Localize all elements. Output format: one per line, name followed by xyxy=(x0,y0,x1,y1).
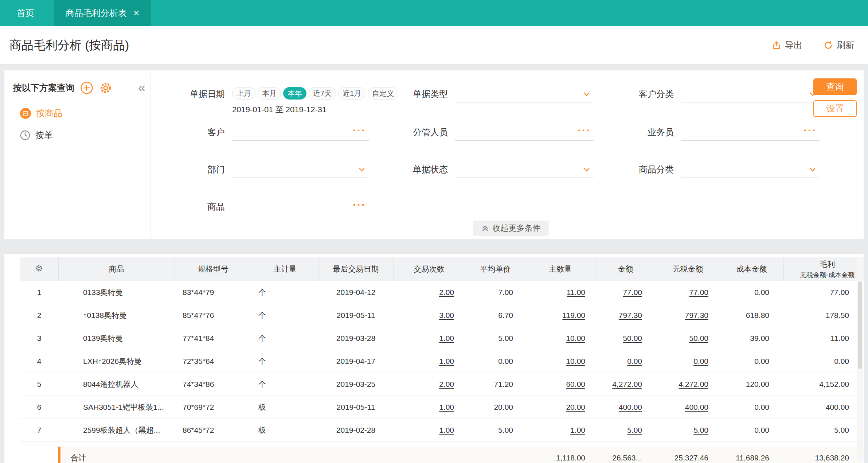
cell-cost-amount: 0.00 xyxy=(720,419,783,442)
cell-qty[interactable]: 20.00 xyxy=(526,396,595,419)
settings-button[interactable]: 设置 xyxy=(813,100,857,117)
cell-amount[interactable]: 0.00 xyxy=(595,350,656,373)
collapse-conditions-button[interactable]: 收起更多条件 xyxy=(473,221,549,236)
close-tab-icon[interactable]: × xyxy=(133,8,139,18)
column-header-cost-amount[interactable]: 成本金额 xyxy=(720,257,783,281)
cell-gross-profit: 11.00 xyxy=(783,327,864,350)
cell-trade-count[interactable]: 1.00 xyxy=(393,327,465,350)
filter-field-部门[interactable] xyxy=(232,161,369,178)
filter-field-单据状态[interactable] xyxy=(455,161,594,178)
cell-avg-price: 71.20 xyxy=(465,373,526,396)
sidebar-item-by-order[interactable]: 按单 xyxy=(20,129,150,141)
gear-icon xyxy=(99,81,112,94)
clock-icon xyxy=(20,130,31,141)
cell-trade-count[interactable]: 1.00 xyxy=(393,396,465,419)
filter-field-商品分类[interactable] xyxy=(681,161,820,178)
tab-product-profit-analysis[interactable]: 商品毛利分析表 × xyxy=(54,0,151,26)
cell-amount[interactable]: 5.00 xyxy=(595,419,656,442)
chevron-down-icon xyxy=(358,166,366,174)
filter-field-商品[interactable]: ··· xyxy=(232,198,369,215)
table-row: 30139奥特曼77*41*84个2019-03-281.005.0010.00… xyxy=(20,327,864,350)
sidebar-title: 按以下方案查询 xyxy=(13,82,74,94)
column-header-unit[interactable]: 主计量 xyxy=(252,257,318,281)
filter-field-客户分类[interactable] xyxy=(681,86,820,102)
cell-tax-free-amount[interactable]: 0.00 xyxy=(656,350,720,373)
cell-qty[interactable]: 60.00 xyxy=(526,373,595,396)
export-button[interactable]: 导出 xyxy=(772,39,802,51)
cell-tax-free-amount[interactable]: 5.00 xyxy=(656,419,720,442)
cell-last-trade-date: 2019-04-17 xyxy=(318,350,393,373)
cell-spec: 83*44*79 xyxy=(175,281,252,304)
column-settings-button[interactable] xyxy=(20,257,58,281)
column-header-spec[interactable]: 规格型号 xyxy=(175,257,252,281)
cell-qty[interactable]: 10.00 xyxy=(526,350,595,373)
cell-tax-free-amount[interactable]: 797.30 xyxy=(656,304,720,327)
cell-cost-amount: 120.00 xyxy=(720,373,783,396)
cell-cost-amount: 39.00 xyxy=(720,327,783,350)
table-panel: 商品规格型号主计量最后交易日期交易次数平均单价主数量金额无税金额成本金额毛利无税… xyxy=(4,254,864,463)
column-header-trade-count[interactable]: 交易次数 xyxy=(393,257,465,281)
cell-amount[interactable]: 77.00 xyxy=(595,281,656,304)
cell-tax-free-amount[interactable]: 77.00 xyxy=(656,281,720,304)
column-header-avg-price[interactable]: 平均单价 xyxy=(465,257,526,281)
column-header-qty[interactable]: 主数量 xyxy=(526,257,595,281)
cell-trade-count[interactable]: 1.00 xyxy=(393,419,465,442)
filter-field-分管人员[interactable]: ··· xyxy=(455,124,594,141)
cell-trade-count[interactable]: 2.00 xyxy=(393,281,465,304)
filter-field-客户[interactable]: ··· xyxy=(232,124,369,141)
column-header-tax-free-amount[interactable]: 无税金额 xyxy=(656,257,720,281)
date-preset-3[interactable]: 近7天 xyxy=(309,87,336,100)
filter-label: 业务员 xyxy=(625,124,674,141)
add-scheme-button[interactable] xyxy=(80,81,93,94)
column-header-product[interactable]: 商品 xyxy=(58,257,175,281)
column-header-amount[interactable]: 金额 xyxy=(595,257,656,281)
vertical-scrollbar[interactable] xyxy=(857,257,863,462)
date-preset-5[interactable]: 自定义 xyxy=(368,87,398,100)
cell-qty[interactable]: 11.00 xyxy=(526,281,595,304)
refresh-button[interactable]: 刷新 xyxy=(824,39,854,51)
cell-amount[interactable]: 4,272.00 xyxy=(595,373,656,396)
tab-home-label: 首页 xyxy=(17,7,34,19)
cell-cost-amount: 0.00 xyxy=(720,350,783,373)
cell-amount[interactable]: 797.30 xyxy=(595,304,656,327)
cell-trade-count[interactable]: 2.00 xyxy=(393,373,465,396)
sidebar-item-by-product[interactable]: 按商品 xyxy=(20,108,150,119)
cell-qty[interactable]: 1.00 xyxy=(526,419,595,442)
total-tax-free-amount: 25,327.46 xyxy=(656,454,720,462)
cell-tax-free-amount[interactable]: 4,272.00 xyxy=(656,373,720,396)
cell-tax-free-amount[interactable]: 400.00 xyxy=(656,396,720,419)
cell-trade-count[interactable]: 3.00 xyxy=(393,304,465,327)
date-preset-1[interactable]: 本月 xyxy=(258,87,281,100)
query-button[interactable]: 查询 xyxy=(813,78,857,95)
cell-gross-profit: 178.50 xyxy=(783,304,864,327)
cell-amount[interactable]: 400.00 xyxy=(595,396,656,419)
page-header: 商品毛利分析 (按商品) 导出 刷新 xyxy=(0,26,868,65)
scheme-settings-button[interactable] xyxy=(99,81,112,94)
cell-qty[interactable]: 10.00 xyxy=(526,327,595,350)
date-range[interactable]: 2019-01-01 至 2019-12-31 xyxy=(232,104,402,115)
filter-field-单据类型[interactable] xyxy=(455,86,594,102)
cell-tax-free-amount[interactable]: 50.00 xyxy=(656,327,720,350)
ellipsis-picker-icon: ··· xyxy=(804,125,817,136)
tab-home[interactable]: 首页 xyxy=(5,0,46,26)
column-header-last-trade-date[interactable]: 最后交易日期 xyxy=(318,257,393,281)
scheme-sidebar: 按以下方案查询 « 按商品按单 xyxy=(4,70,151,239)
cell-product: 2599板装超人（黑超... xyxy=(58,419,175,442)
cell-trade-count[interactable]: 1.00 xyxy=(393,350,465,373)
date-preset-0[interactable]: 上月 xyxy=(232,87,255,100)
filter-label: 分管人员 xyxy=(402,124,448,141)
scrollbar-thumb[interactable] xyxy=(858,281,862,369)
data-table: 商品规格型号主计量最后交易日期交易次数平均单价主数量金额无税金额成本金额毛利无税… xyxy=(20,257,864,442)
date-preset-2[interactable]: 本年 xyxy=(283,87,306,100)
cell-qty[interactable]: 119.00 xyxy=(526,304,595,327)
filter-field-业务员[interactable]: ··· xyxy=(681,124,820,141)
cell-amount[interactable]: 50.00 xyxy=(595,327,656,350)
column-header-gross-profit[interactable]: 毛利无税金额-成本金额 xyxy=(783,257,864,281)
table-row: 10133奥特曼83*44*79个2019-04-122.007.0011.00… xyxy=(20,281,864,304)
cell-last-trade-date: 2019-05-11 xyxy=(318,396,393,419)
date-preset-4[interactable]: 近1月 xyxy=(338,87,365,100)
filter-label: 单据类型 xyxy=(402,86,448,102)
collapse-sidebar-icon[interactable]: « xyxy=(138,82,145,94)
cell-row-index: 1 xyxy=(20,281,58,304)
cell-spec: 72*35*64 xyxy=(175,350,252,373)
